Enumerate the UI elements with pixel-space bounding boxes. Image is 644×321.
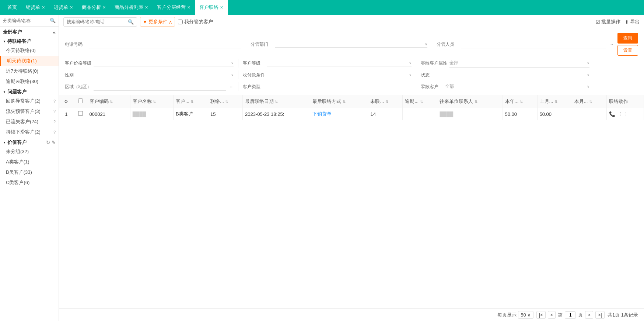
row-checkbox[interactable] <box>78 111 83 116</box>
last-month-sort-icon[interactable]: ⇅ <box>554 100 557 104</box>
sidebar-search-icon[interactable]: 🔍 <box>50 18 56 23</box>
status-select[interactable]: ∨ <box>445 72 589 78</box>
sidebar-item-declining[interactable]: 持续下滑客户(2) ? <box>0 127 59 137</box>
action-phone-icon[interactable]: 📞 <box>609 111 615 117</box>
help-icon-churned[interactable]: ? <box>53 120 56 124</box>
region-label: 区域（地区） <box>65 84 91 90</box>
sidebar-item-c-class[interactable]: C类客户(6) <box>0 177 59 188</box>
sidebar-item-overdue[interactable]: 逾期未联络(30) <box>0 76 59 87</box>
nav-goods-analysis-list-close[interactable]: ✕ <box>145 5 148 10</box>
dept-chevron-icon: ∨ <box>425 42 427 46</box>
page-size-select[interactable]: 50 ∨ <box>518 311 533 319</box>
last-method-sort-icon[interactable]: ⇅ <box>343 100 346 104</box>
sidebar-item-a-class[interactable]: A类客户(1) <box>0 157 59 167</box>
retail-customer-select[interactable]: 全部 ∨ <box>445 82 589 91</box>
help-icon-declining[interactable]: ? <box>53 130 56 134</box>
col-last-method: 最后联络方式 ⇅ <box>310 95 368 108</box>
price-level-select[interactable]: ∨ <box>94 60 234 66</box>
type-sort-icon[interactable]: ⇅ <box>190 100 193 104</box>
person-dots[interactable]: ··· <box>609 42 613 47</box>
region-field: 区域（地区） ··· <box>65 83 234 91</box>
retail-attr-select[interactable]: 全部 ∨ <box>449 59 589 68</box>
nav-goods-analysis-list[interactable]: 商品分析列表 ✕ <box>110 0 153 15</box>
first-page-button[interactable]: |< <box>536 311 546 319</box>
col-gear[interactable]: ⚙ <box>59 95 74 108</box>
my-customers-checkbox[interactable] <box>178 20 183 24</box>
page-number-input[interactable] <box>565 311 576 319</box>
search-input[interactable] <box>67 19 128 24</box>
collapse-icon[interactable]: « <box>53 30 56 35</box>
name-sort-icon[interactable]: ⇅ <box>153 100 156 104</box>
set-button[interactable]: 设置 <box>617 45 638 56</box>
nav-customer-tier[interactable]: 客户分层经营 ✕ <box>153 0 195 15</box>
nav-customer-contact-close[interactable]: ✕ <box>220 5 223 10</box>
sidebar-item-ungrouped[interactable]: 未分组(32) <box>0 146 59 157</box>
nav-goods-analysis[interactable]: 商品分析 ✕ <box>77 0 110 15</box>
person-input[interactable] <box>461 41 606 48</box>
sidebar-item-repurchase[interactable]: 回购异常客户(2) ? <box>0 96 59 106</box>
contact-sort-icon[interactable]: ⇅ <box>225 100 228 104</box>
total-records: 共1页 1条记录 <box>608 312 638 318</box>
sidebar-item-tomorrow[interactable]: 明天待联络(1) <box>0 56 59 66</box>
batch-op-button[interactable]: ☑ 批量操作 <box>596 18 620 25</box>
row-num: 1 <box>59 108 74 120</box>
last-page-button[interactable]: >| <box>595 311 605 319</box>
phone-input[interactable] <box>89 41 241 48</box>
problem-triangle: ▼ <box>3 90 6 94</box>
no-contact-sort-icon[interactable]: ⇅ <box>385 100 388 104</box>
more-filter-button[interactable]: ▼ 更多条件 ∧ <box>140 17 175 27</box>
col-check[interactable] <box>74 95 87 108</box>
sidebar-item-churned[interactable]: 已流失客户(24) ? <box>0 117 59 127</box>
sidebar-search-input[interactable] <box>3 18 48 23</box>
customer-level-select[interactable]: ∨ <box>267 60 412 66</box>
nav-customer-contact[interactable]: 客户联络 ✕ <box>195 0 228 15</box>
customer-level-field: 客户等级 ∨ <box>243 60 412 66</box>
select-all-checkbox[interactable] <box>78 99 83 103</box>
nav-purchase-close[interactable]: ✕ <box>70 5 73 10</box>
nav-home[interactable]: 首页 <box>3 0 21 15</box>
row-check[interactable] <box>74 108 87 120</box>
filter-panel: 电话号码 分管部门 ∨ 分管人员 ··· <box>59 29 644 95</box>
overdue-sort-icon[interactable]: ⇅ <box>420 100 423 104</box>
this-year-sort-icon[interactable]: ⇅ <box>520 100 523 104</box>
retail-customer-field: 零散客户 全部 ∨ <box>421 82 589 91</box>
nav-sales-close[interactable]: ✕ <box>42 5 45 10</box>
my-customers-checkbox-label[interactable]: 我分管的客户 <box>178 18 213 25</box>
sidebar-item-churn-warning[interactable]: 流失预警客户(3) ? <box>0 106 59 117</box>
value-edit-icon[interactable]: ✎ <box>52 140 56 145</box>
gender-chevron-icon: ∨ <box>231 73 234 77</box>
row-action: 📞 ⋮⋮ <box>606 108 644 120</box>
price-level-chevron-icon: ∨ <box>231 61 234 65</box>
sidebar-item-b-class[interactable]: B类客户(33) <box>0 167 59 177</box>
action-more-icon[interactable]: ⋮⋮ <box>618 111 629 117</box>
code-sort-icon[interactable]: ⇅ <box>110 100 113 104</box>
row-name[interactable]: ████ <box>130 108 173 120</box>
region-dots[interactable]: ··· <box>230 84 234 89</box>
sidebar-item-7days[interactable]: 近7天待联络(0) <box>0 66 59 76</box>
value-refresh-icon[interactable]: ↻ <box>46 140 50 145</box>
col-unit-contact: 往来单位联系人 ⇅ <box>437 95 503 108</box>
unit-contact-sort-icon[interactable]: ⇅ <box>475 100 477 104</box>
nav-sales[interactable]: 销货单 ✕ <box>21 0 49 15</box>
sidebar-item-today[interactable]: 今天待联络(0) <box>0 45 59 56</box>
nav-customer-tier-close[interactable]: ✕ <box>187 5 190 10</box>
region-input[interactable] <box>94 83 226 91</box>
query-button[interactable]: 查询 <box>617 33 638 44</box>
prev-page-button[interactable]: < <box>548 311 556 319</box>
help-icon-repurchase[interactable]: ? <box>53 99 56 103</box>
nav-purchase[interactable]: 进货单 ✕ <box>49 0 77 15</box>
row-last-method[interactable]: 下销货单 <box>310 108 368 120</box>
last-date-sort-icon[interactable]: ⇅ <box>275 100 278 104</box>
this-month-sort-icon[interactable]: ⇅ <box>589 100 592 104</box>
search-icon[interactable]: 🔍 <box>128 19 134 25</box>
customer-type-select[interactable] <box>267 86 412 88</box>
gender-select[interactable]: ∨ <box>89 72 234 78</box>
payment-select[interactable]: ∨ <box>267 72 412 78</box>
nav-goods-analysis-close[interactable]: ✕ <box>102 5 106 10</box>
next-page-button[interactable]: > <box>585 311 593 319</box>
dept-select[interactable]: ∨ <box>275 41 427 48</box>
retail-customer-label: 零散客户 <box>421 84 443 90</box>
help-icon-churn[interactable]: ? <box>53 109 56 114</box>
all-customers-section[interactable]: 全部客户 « <box>0 27 59 36</box>
export-button[interactable]: ⬆ 导出 <box>625 18 640 25</box>
